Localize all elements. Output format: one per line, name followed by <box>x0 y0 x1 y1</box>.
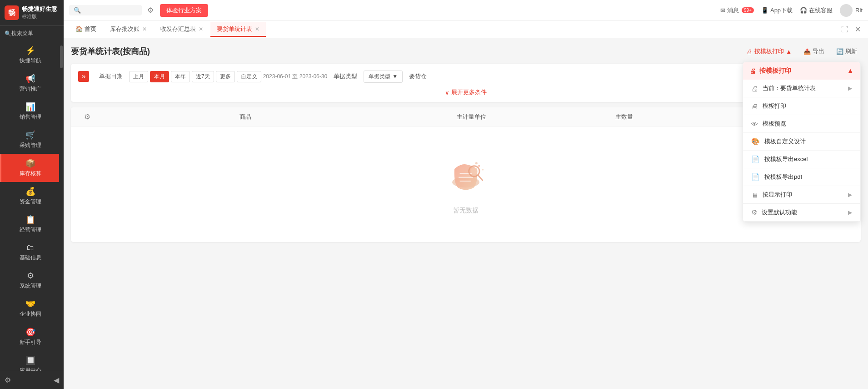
sidebar-item-marketing[interactable]: 📢 营销推广 <box>0 69 59 97</box>
main-area: 🔍 ⚙ 体验行业方案 ✉ 消息 99+ 📱 App下载 🎧 在线客服 Rit <box>64 0 868 389</box>
online-service-action[interactable]: 🎧 在线客服 <box>800 6 833 15</box>
template-excel-icon: 📄 <box>751 155 760 163</box>
export-icon: 📤 <box>803 48 811 55</box>
home-icon: 🏠 <box>75 25 83 32</box>
date-range-display: 2023-06-01 至 2023-06-30 <box>263 73 327 81</box>
col-unit: 主计量单位 <box>395 113 548 121</box>
search-icon: 🔍 <box>5 30 11 37</box>
sidebar-item-guide[interactable]: 🎯 新手引导 <box>0 323 59 351</box>
expand-more-row: ∨ 展开更多条件 <box>78 88 853 96</box>
sidebar: 畅 畅捷通好生意 标准版 🔍 搜索菜单 ⚡ 快捷导航 📢 营销推广 📊 销售管理 <box>0 0 64 389</box>
chevron-down-icon: ▼ <box>392 73 398 80</box>
type-select[interactable]: 单据类型 ▼ <box>364 71 403 83</box>
dropdown-current-label: 当前：要货单统计表 <box>763 84 816 92</box>
empty-state-icon <box>443 154 489 199</box>
finance-icon: 💰 <box>25 187 35 197</box>
sidebar-item-basic[interactable]: 🗂 基础信息 <box>0 238 59 266</box>
goods-label: 要货仓 <box>409 72 427 81</box>
date-btn-this-month[interactable]: 本月 <box>150 71 169 82</box>
sidebar-item-label: 经营管理 <box>20 226 41 234</box>
dropdown-item-template-pdf[interactable]: 📄 按模板导出pdf <box>743 168 860 186</box>
filter-toggle-btn[interactable]: » <box>78 71 89 82</box>
dropdown-section-default-func[interactable]: ⚙ 设置默认功能 ▶ <box>743 204 860 222</box>
date-btn-this-year[interactable]: 本年 <box>171 71 190 82</box>
sidebar-item-quick-nav[interactable]: ⚡ 快捷导航 <box>0 41 59 69</box>
default-func-label: 设置默认功能 <box>762 208 797 217</box>
sidebar-item-label: 销售管理 <box>20 113 41 121</box>
sidebar-item-sales[interactable]: 📊 销售管理 <box>0 97 59 126</box>
tab-receipt-summary[interactable]: 收发存汇总表 ✕ <box>154 22 210 37</box>
close-batch-account-btn[interactable]: ✕ <box>142 26 147 32</box>
date-btn-7days[interactable]: 近7天 <box>192 71 214 82</box>
date-btn-more[interactable]: 更多 <box>216 71 235 82</box>
tabs-bar: 🏠 首页 库存批次账 ✕ 收发存汇总表 ✕ 要货单统计表 ✕ ⛶ ✕ <box>64 21 868 38</box>
sidebar-item-corp[interactable]: 🤝 企业协同 <box>0 294 59 323</box>
trial-btn[interactable]: 体验行业方案 <box>160 4 208 17</box>
date-selector: 上月 本月 本年 近7天 更多 自定义 2023-06-01 至 2023-06… <box>129 71 327 82</box>
dropdown-item-template-excel[interactable]: 📄 按模板导出excel <box>743 151 860 168</box>
current-arrow-icon: ▶ <box>848 85 852 91</box>
close-order-stats-btn[interactable]: ✕ <box>255 26 259 32</box>
sidebar-item-inventory[interactable]: 📦 库存核算 <box>0 154 59 182</box>
dropdown-item-template-print[interactable]: 🖨 模板打印 <box>743 97 860 115</box>
tab-batch-account[interactable]: 库存批次账 ✕ <box>104 22 153 37</box>
sidebar-nav: ⚡ 快捷导航 📢 营销推广 📊 销售管理 🛒 采购管理 📦 库存核算 💰 <box>0 41 59 371</box>
app-logo-text: 畅捷通好生意 标准版 <box>22 5 57 20</box>
operations-icon: 📋 <box>25 215 35 225</box>
template-preview-icon: 👁 <box>751 120 758 128</box>
sidebar-scrollbar[interactable] <box>59 41 64 371</box>
topbar-search-box[interactable]: 🔍 <box>69 5 142 15</box>
collapse-sidebar-btn[interactable]: ◀ <box>54 376 59 384</box>
app-download-action[interactable]: 📱 App下载 <box>761 6 793 15</box>
dropdown-section-display-print[interactable]: 🖥 按显示打印 ▶ <box>743 186 860 204</box>
col-settings[interactable]: ⚙ <box>78 112 96 121</box>
refresh-btn[interactable]: 🔄 刷新 <box>833 45 861 57</box>
expand-more-btn[interactable]: ∨ 展开更多条件 <box>445 88 487 96</box>
dropdown-item-template-preview[interactable]: 👁 模板预览 <box>743 115 860 133</box>
sidebar-item-operations[interactable]: 📋 经营管理 <box>0 210 59 238</box>
sidebar-footer: ⚙ ◀ <box>0 371 64 389</box>
template-custom-icon: 🎨 <box>751 137 760 146</box>
sidebar-item-label: 基础信息 <box>20 254 41 262</box>
sidebar-item-purchase[interactable]: 🛒 采购管理 <box>0 126 59 154</box>
print-template-dropdown: 🖨 按模板打印 ▲ 🖨 当前：要货单统计表 ▶ 🖨 模板打印 👁 模板预览 <box>743 62 861 222</box>
close-receipt-summary-btn[interactable]: ✕ <box>199 26 203 32</box>
dropdown-current-item[interactable]: 🖨 当前：要货单统计表 ▶ <box>743 80 860 97</box>
basic-icon: 🗂 <box>26 243 35 253</box>
sidebar-item-system[interactable]: ⚙ 系统管理 <box>0 266 59 294</box>
template-pdf-icon: 📄 <box>751 173 760 181</box>
page-header: 要货单统计表(按商品) 🖨 按模板打印 ▲ 📤 导出 🔄 刷新 <box>71 45 861 57</box>
sidebar-search[interactable]: 🔍 搜索菜单 <box>0 26 64 41</box>
topbar-search-input[interactable] <box>83 7 128 14</box>
dropdown-item-label: 模板打印 <box>763 102 786 110</box>
page-actions: 🖨 按模板打印 ▲ 📤 导出 🔄 刷新 <box>743 45 861 57</box>
dropdown-header-left: 🖨 按模板打印 <box>749 67 791 75</box>
dropdown-item-template-custom[interactable]: 🎨 模板自定义设计 <box>743 133 860 151</box>
dropdown-item-label: 按模板导出pdf <box>764 173 802 181</box>
date-btn-custom[interactable]: 自定义 <box>237 71 261 82</box>
inventory-icon: 📦 <box>25 158 35 168</box>
user-area[interactable]: Rit <box>840 4 863 17</box>
message-action[interactable]: ✉ 消息 99+ <box>720 6 754 15</box>
print-template-btn[interactable]: 🖨 按模板打印 ▲ <box>743 45 795 57</box>
tab-home[interactable]: 🏠 首页 <box>69 22 103 37</box>
date-btn-last-month[interactable]: 上月 <box>129 71 148 82</box>
guide-icon: 🎯 <box>25 327 35 337</box>
topbar-search-icon: 🔍 <box>74 7 81 14</box>
sidebar-item-apps[interactable]: 🔲 应用中心 <box>0 351 59 371</box>
type-select-value: 单据类型 <box>369 73 390 81</box>
topbar-gear-icon[interactable]: ⚙ <box>147 6 154 15</box>
col-settings-icon: ⚙ <box>84 113 90 121</box>
maximize-tab-btn[interactable]: ⛶ <box>839 25 850 35</box>
filter-row: » 单据日期 上月 本月 本年 近7天 更多 自定义 2023-06-01 至 … <box>78 69 853 84</box>
user-avatar <box>840 4 853 17</box>
settings-footer-btn[interactable]: ⚙ <box>5 376 11 384</box>
print-template-header-icon: 🖨 <box>749 67 756 75</box>
corp-icon: 🤝 <box>25 299 35 309</box>
close-tab-btn[interactable]: ✕ <box>853 24 863 35</box>
chevron-up-icon: ▲ <box>786 48 792 55</box>
sidebar-item-finance[interactable]: 💰 资金管理 <box>0 182 59 210</box>
export-btn[interactable]: 📤 导出 <box>800 45 828 57</box>
dropdown-close-btn[interactable]: ▲ <box>847 67 854 75</box>
tab-order-stats[interactable]: 要货单统计表 ✕ <box>210 22 266 37</box>
